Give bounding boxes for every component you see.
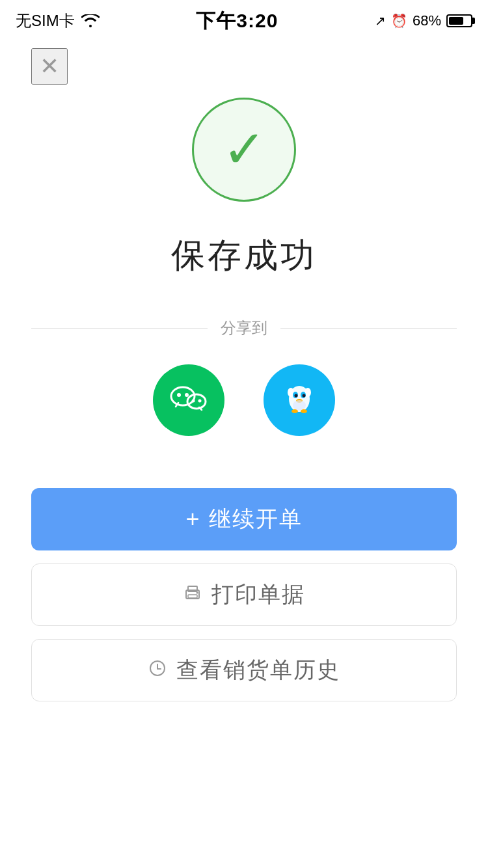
wechat-share-button[interactable]	[153, 364, 224, 436]
alarm-icon: ⏰	[391, 13, 407, 29]
continue-label: 继续开单	[209, 504, 303, 534]
svg-point-11	[295, 394, 298, 398]
svg-rect-19	[188, 595, 197, 598]
svg-point-4	[192, 400, 195, 403]
qq-icon	[280, 381, 319, 420]
battery-fill	[449, 17, 463, 25]
action-buttons: + 继续开单 打印单据 查看销货单历史	[31, 488, 457, 701]
plus-icon: +	[185, 506, 200, 533]
svg-point-3	[185, 393, 189, 397]
wifi-icon	[81, 14, 100, 27]
wechat-icon	[168, 379, 210, 421]
svg-point-12	[303, 394, 306, 398]
status-bar: 无SIM卡 下午3:20 ↗ ⏰ 68%	[0, 0, 488, 42]
history-button[interactable]: 查看销货单历史	[31, 639, 457, 701]
qq-share-button[interactable]	[264, 364, 335, 436]
svg-point-2	[177, 393, 181, 397]
location-icon: ↗	[375, 13, 386, 29]
time-display: 下午3:20	[196, 8, 278, 34]
svg-point-1	[187, 394, 206, 409]
battery-icon	[446, 14, 472, 27]
svg-point-15	[291, 409, 298, 413]
battery-text: 68%	[413, 12, 441, 29]
main-content: ✕ ✓ 保存成功 分享到	[0, 42, 488, 701]
share-icons	[153, 364, 335, 436]
print-button[interactable]: 打印单据	[31, 563, 457, 626]
status-left: 无SIM卡	[16, 10, 100, 31]
status-right: ↗ ⏰ 68%	[375, 12, 472, 29]
svg-point-16	[301, 409, 307, 413]
printer-svg	[183, 583, 202, 603]
share-divider: 分享到	[31, 318, 457, 338]
history-label: 查看销货单历史	[176, 655, 340, 685]
success-title: 保存成功	[171, 233, 317, 278]
share-label: 分享到	[221, 318, 267, 338]
divider-line-right	[280, 328, 457, 329]
svg-point-20	[197, 591, 198, 593]
close-icon: ✕	[40, 53, 59, 80]
history-icon	[148, 658, 167, 683]
divider-line-left	[31, 328, 208, 329]
success-circle: ✓	[192, 98, 296, 202]
print-icon	[183, 583, 202, 607]
svg-point-14	[293, 400, 306, 411]
carrier-text: 无SIM卡	[16, 10, 75, 31]
checkmark-icon: ✓	[223, 124, 266, 176]
clock-svg	[148, 658, 167, 678]
svg-point-5	[198, 400, 202, 403]
print-label: 打印单据	[211, 580, 305, 610]
close-button[interactable]: ✕	[31, 48, 68, 85]
continue-button[interactable]: + 继续开单	[31, 488, 457, 550]
